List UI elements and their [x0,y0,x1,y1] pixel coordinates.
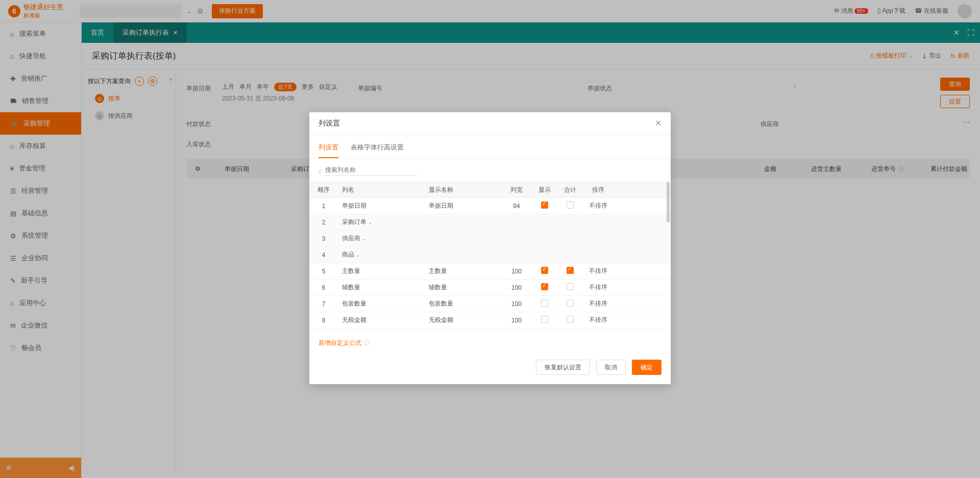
table-row[interactable]: 5主数量主数量100不排序 [309,263,671,280]
table-row[interactable]: 8无税金额无税金额100不排序 [309,312,671,329]
mth-w: 列宽 [501,186,532,194]
mth-sort: 排序 [583,186,614,194]
checkbox-sum[interactable] [567,202,574,209]
mth-name: 列名 [338,186,425,194]
checkbox-sum[interactable] [567,316,574,323]
modal-title: 列设置 [318,119,340,128]
checkbox-sum[interactable] [567,299,574,307]
close-icon[interactable]: ✕ [655,118,662,128]
modal-overlay: 列设置 ✕ 列设置 表格字体行高设置 ⌕ 顺序 列名 显示名称 列宽 显示 [0,0,980,478]
mth-disp: 显示名称 [425,186,501,194]
modal-tab-font[interactable]: 表格字体行高设置 [351,143,404,158]
info-icon: ⓘ [363,339,370,347]
modal-tab-columns[interactable]: 列设置 [318,143,338,158]
table-row[interactable]: 2采购订单 ⌄ [309,214,671,231]
checkbox-show[interactable] [541,267,548,274]
mth-sum: 合计 [557,186,583,194]
columns-table: 顺序 列名 显示名称 列宽 显示 合计 排序 1单据日期单据日期94不排序2采购… [309,182,671,329]
table-row[interactable]: 7包装数量包装数量100不排序 [309,296,671,312]
chevron-down-icon: ⌄ [356,252,360,258]
scrollbar[interactable] [667,182,670,222]
search-input[interactable] [325,165,417,175]
table-row[interactable]: 6辅数量辅数量100不排序 [309,280,671,296]
chevron-down-icon: ⌄ [362,236,366,241]
table-row[interactable]: 3供应商 ⌄ [309,231,671,247]
table-row[interactable]: 4商品 ⌄ [309,247,671,263]
column-settings-modal: 列设置 ✕ 列设置 表格字体行高设置 ⌕ 顺序 列名 显示名称 列宽 显示 [309,112,671,384]
checkbox-show[interactable] [541,316,548,323]
checkbox-show[interactable] [541,202,548,209]
checkbox-sum[interactable] [567,267,574,274]
table-row[interactable]: 1单据日期单据日期94不排序 [309,198,671,214]
cancel-button[interactable]: 取消 [596,360,626,375]
reset-button[interactable]: 恢复默认设置 [536,360,590,375]
mth-seq: 顺序 [309,186,338,194]
add-formula-link[interactable]: 新增自定义公式 ⓘ [309,334,671,353]
checkbox-sum[interactable] [567,283,574,290]
checkbox-show[interactable] [541,283,548,290]
mth-show: 显示 [532,186,557,194]
chevron-down-icon: ⌄ [368,219,372,225]
checkbox-show[interactable] [541,299,548,307]
ok-button[interactable]: 确定 [632,360,662,375]
search-icon: ⌕ [318,167,322,174]
